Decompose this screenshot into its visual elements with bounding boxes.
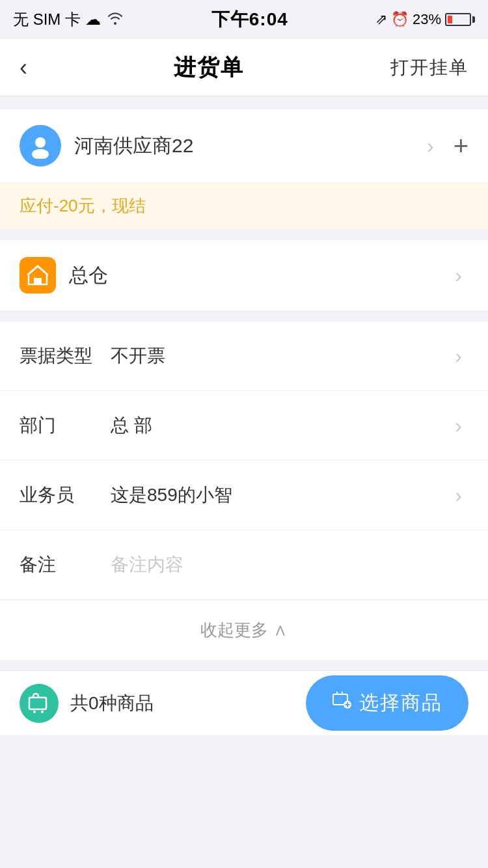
cart-icon-wrap bbox=[20, 684, 59, 723]
svg-point-4 bbox=[33, 711, 36, 713]
status-right: ⇗ ⏰ 23% bbox=[375, 11, 475, 28]
product-count: 共0种商品 bbox=[70, 691, 154, 716]
section-gap-3 bbox=[0, 311, 488, 321]
form-section: 票据类型 不开票 › 部门 总 部 › 业务员 这是859的小智 › 备注 备注… bbox=[0, 321, 488, 660]
department-row[interactable]: 部门 总 部 › bbox=[0, 391, 488, 461]
invoice-label: 票据类型 bbox=[20, 344, 104, 368]
bottom-bar: 共0种商品 选择商品 bbox=[0, 670, 488, 735]
invoice-row[interactable]: 票据类型 不开票 › bbox=[0, 321, 488, 391]
location-icon: ⇗ bbox=[375, 11, 387, 28]
person-icon bbox=[27, 133, 53, 159]
select-product-label: 选择商品 bbox=[359, 690, 442, 716]
supplier-avatar bbox=[20, 125, 61, 167]
notice-bar: 应付-20元，现结 bbox=[0, 182, 488, 230]
svg-rect-3 bbox=[29, 698, 46, 709]
section-gap-4 bbox=[0, 660, 488, 670]
department-label: 部门 bbox=[20, 413, 104, 438]
bottom-left: 共0种商品 bbox=[20, 684, 306, 723]
battery-indicator bbox=[445, 13, 475, 26]
warehouse-section: 总仓 › bbox=[0, 240, 488, 311]
signal-text: 无 SIM 卡 ☁ bbox=[13, 9, 101, 30]
section-gap-1 bbox=[0, 96, 488, 109]
salesman-label: 业务员 bbox=[20, 483, 104, 508]
section-gap-2 bbox=[0, 230, 488, 240]
battery-pct: 23% bbox=[413, 11, 441, 28]
supplier-row[interactable]: 河南供应商22 › + bbox=[0, 109, 488, 182]
collapse-button[interactable]: 收起更多 ∧ bbox=[0, 600, 488, 660]
warehouse-row[interactable]: 总仓 › bbox=[0, 240, 488, 311]
nav-bar: ‹ 进货单 打开挂单 bbox=[0, 39, 488, 96]
chevron-right-warehouse: › bbox=[455, 264, 462, 288]
cart-icon bbox=[28, 692, 50, 714]
status-time: 下午6:04 bbox=[211, 7, 288, 32]
salesman-value: 这是859的小智 bbox=[104, 483, 455, 508]
home-icon bbox=[26, 264, 49, 287]
select-product-icon bbox=[332, 692, 351, 714]
warehouse-icon bbox=[20, 257, 56, 293]
status-left: 无 SIM 卡 ☁ bbox=[13, 9, 124, 30]
warehouse-name: 总仓 bbox=[69, 262, 455, 289]
status-bar: 无 SIM 卡 ☁ 下午6:04 ⇗ ⏰ 23% bbox=[0, 0, 488, 39]
back-button[interactable]: ‹ bbox=[20, 54, 27, 81]
svg-point-5 bbox=[41, 711, 44, 713]
salesman-row[interactable]: 业务员 这是859的小智 › bbox=[0, 461, 488, 530]
note-label: 备注 bbox=[20, 552, 104, 577]
svg-rect-2 bbox=[34, 278, 42, 284]
department-value: 总 部 bbox=[104, 413, 455, 438]
wifi-icon bbox=[106, 10, 124, 29]
chevron-right-salesman: › bbox=[455, 483, 462, 508]
note-row[interactable]: 备注 备注内容 bbox=[0, 530, 488, 600]
svg-point-0 bbox=[35, 137, 46, 148]
add-supplier-button[interactable]: + bbox=[454, 133, 468, 159]
page-title: 进货单 bbox=[174, 53, 244, 83]
collapse-label: 收起更多 ∧ bbox=[200, 619, 287, 642]
note-placeholder[interactable]: 备注内容 bbox=[104, 552, 468, 577]
chevron-right-dept: › bbox=[455, 414, 462, 438]
page-background bbox=[0, 735, 488, 868]
chevron-right-invoice: › bbox=[455, 344, 462, 368]
chevron-right-icon: › bbox=[427, 134, 434, 158]
open-pending-button[interactable]: 打开挂单 bbox=[390, 55, 468, 80]
supplier-section: 河南供应商22 › + 应付-20元，现结 bbox=[0, 109, 488, 230]
select-product-button[interactable]: 选择商品 bbox=[306, 675, 468, 731]
supplier-name: 河南供应商22 bbox=[74, 133, 427, 159]
invoice-value: 不开票 bbox=[104, 344, 455, 368]
alarm-icon: ⏰ bbox=[391, 11, 409, 28]
svg-point-1 bbox=[32, 149, 49, 159]
